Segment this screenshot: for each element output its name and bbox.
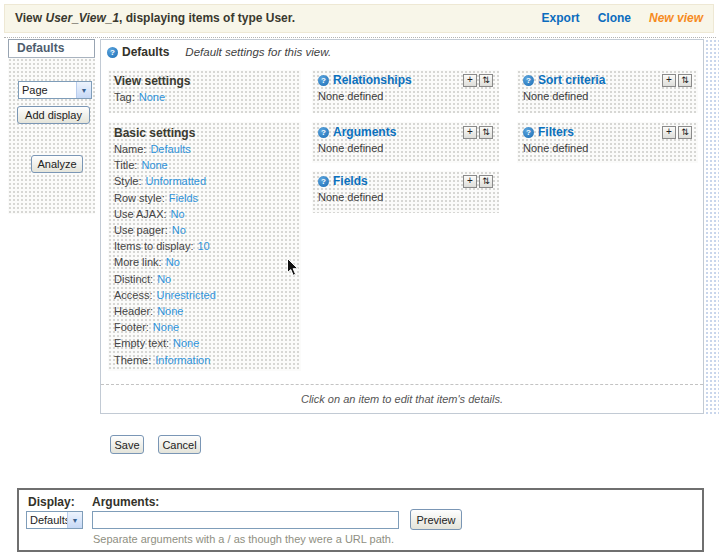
- view-name: User_View_1: [45, 11, 119, 25]
- analyze-button[interactable]: Analyze: [31, 155, 83, 173]
- rearrange-icon[interactable]: ⇅: [479, 74, 493, 87]
- empty-text: None defined: [523, 90, 692, 102]
- setting-label: Title:: [114, 159, 137, 171]
- empty-text: None defined: [318, 90, 493, 102]
- setting-row: Name:Defaults: [114, 141, 295, 157]
- edit-hint-message: Click on an item to edit that item's det…: [101, 384, 703, 413]
- arguments-box: ? Arguments + ⇅ None defined: [312, 122, 499, 163]
- export-link[interactable]: Export: [542, 11, 580, 25]
- filters-title-link[interactable]: Filters: [538, 125, 574, 139]
- display-label: Display:: [28, 495, 75, 509]
- setting-value-link[interactable]: No: [166, 256, 180, 268]
- display-title: Defaults: [122, 45, 169, 59]
- setting-row: Style:Unformatted: [114, 173, 295, 189]
- setting-row: Title:None: [114, 157, 295, 173]
- rearrange-icon[interactable]: ⇅: [479, 175, 493, 188]
- setting-value-link[interactable]: Unformatted: [146, 175, 207, 187]
- arguments-label: Arguments:: [92, 495, 159, 509]
- right-edge-texture: [705, 39, 719, 415]
- setting-value-link[interactable]: None: [173, 337, 199, 349]
- setting-value-link[interactable]: 10: [197, 240, 209, 252]
- help-icon[interactable]: ?: [318, 127, 329, 138]
- setting-value-link[interactable]: None: [157, 305, 183, 317]
- setting-row: Tag:None: [114, 89, 295, 105]
- setting-value-link[interactable]: No: [172, 224, 186, 236]
- view-info-bar: View User_View_1, displaying items of ty…: [4, 4, 714, 33]
- filters-box: ? Filters + ⇅ None defined: [517, 122, 698, 163]
- setting-value-link[interactable]: No: [171, 208, 185, 220]
- sort-criteria-title-link[interactable]: Sort criteria: [538, 73, 605, 87]
- setting-row: Header:None: [114, 303, 295, 319]
- arguments-input[interactable]: [92, 511, 399, 529]
- setting-row: Footer:None: [114, 319, 295, 335]
- help-icon[interactable]: ?: [318, 75, 329, 86]
- display-controls-panel: Page ▼ Add display Analyze: [8, 57, 95, 214]
- empty-text: None defined: [318, 191, 493, 203]
- view-title-prefix: View: [15, 11, 45, 25]
- setting-label: Tag:: [114, 91, 135, 103]
- help-icon[interactable]: ?: [318, 176, 329, 187]
- help-icon[interactable]: ?: [523, 75, 534, 86]
- rearrange-icon[interactable]: ⇅: [678, 126, 692, 139]
- empty-text: None defined: [318, 142, 493, 154]
- new-view-link[interactable]: New view: [649, 11, 703, 25]
- rearrange-icon[interactable]: ⇅: [678, 74, 692, 87]
- relationships-title-link[interactable]: Relationships: [333, 73, 412, 87]
- clone-link[interactable]: Clone: [598, 11, 631, 25]
- setting-label: Distinct:: [114, 273, 153, 285]
- setting-row: Theme:Information: [114, 352, 295, 368]
- basic-settings-box: Basic settings Name:Defaults Title:None …: [108, 122, 301, 371]
- setting-value-link[interactable]: Fields: [169, 192, 198, 204]
- preview-form: Display: Defaults ▼ Arguments: Preview S…: [17, 488, 704, 552]
- display-description: Default settings for this view.: [185, 46, 331, 58]
- setting-row: Use pager:No: [114, 222, 295, 238]
- setting-value-link[interactable]: None: [139, 91, 165, 103]
- basic-settings-title: Basic settings: [114, 125, 295, 141]
- add-icon[interactable]: +: [463, 74, 477, 87]
- fields-title-link[interactable]: Fields: [333, 174, 368, 188]
- content-divider: [4, 37, 716, 38]
- setting-value-link[interactable]: Defaults: [150, 143, 190, 155]
- setting-label: Items to display:: [114, 240, 193, 252]
- help-icon[interactable]: ?: [107, 47, 118, 58]
- add-display-button[interactable]: Add display: [17, 106, 90, 124]
- setting-row: Access:Unrestricted: [114, 287, 295, 303]
- setting-label: Empty text:: [114, 337, 169, 349]
- arguments-title-link[interactable]: Arguments: [333, 125, 396, 139]
- setting-label: Use AJAX:: [114, 208, 167, 220]
- setting-label: Row style:: [114, 192, 165, 204]
- add-display-type-select[interactable]: Page ▼: [18, 81, 92, 99]
- setting-label: Use pager:: [114, 224, 168, 236]
- setting-value-link[interactable]: Unrestricted: [157, 289, 216, 301]
- setting-row: More link:No: [114, 254, 295, 270]
- tab-defaults[interactable]: Defaults: [8, 39, 95, 57]
- add-icon[interactable]: +: [463, 126, 477, 139]
- setting-label: Name:: [114, 143, 146, 155]
- setting-value-link[interactable]: No: [157, 273, 171, 285]
- setting-label: Style:: [114, 175, 142, 187]
- empty-text: None defined: [523, 142, 692, 154]
- save-button[interactable]: Save: [110, 435, 144, 454]
- rearrange-icon[interactable]: ⇅: [479, 126, 493, 139]
- setting-value-link[interactable]: None: [141, 159, 167, 171]
- setting-row: Row style:Fields: [114, 190, 295, 206]
- chevron-down-icon: ▼: [67, 512, 82, 528]
- help-icon[interactable]: ?: [523, 127, 534, 138]
- add-display-type-value: Page: [19, 84, 76, 96]
- setting-value-link[interactable]: None: [153, 321, 179, 333]
- add-icon[interactable]: +: [662, 126, 676, 139]
- view-title-suffix: , displaying items of type User.: [119, 11, 295, 25]
- setting-row: Items to display:10: [114, 238, 295, 254]
- sort-criteria-box: ? Sort criteria + ⇅ None defined: [517, 70, 698, 113]
- arguments-help-text: Separate arguments with a / as though th…: [93, 533, 394, 545]
- cancel-button[interactable]: Cancel: [158, 435, 201, 454]
- fields-box: ? Fields + ⇅ None defined: [312, 171, 499, 213]
- preview-display-value: Defaults: [27, 514, 67, 526]
- preview-button[interactable]: Preview: [410, 509, 462, 530]
- setting-value-link[interactable]: Information: [155, 354, 210, 366]
- setting-label: More link:: [114, 256, 162, 268]
- add-icon[interactable]: +: [662, 74, 676, 87]
- view-actions: Export Clone New view: [542, 11, 703, 25]
- preview-display-select[interactable]: Defaults ▼: [26, 511, 83, 529]
- add-icon[interactable]: +: [463, 175, 477, 188]
